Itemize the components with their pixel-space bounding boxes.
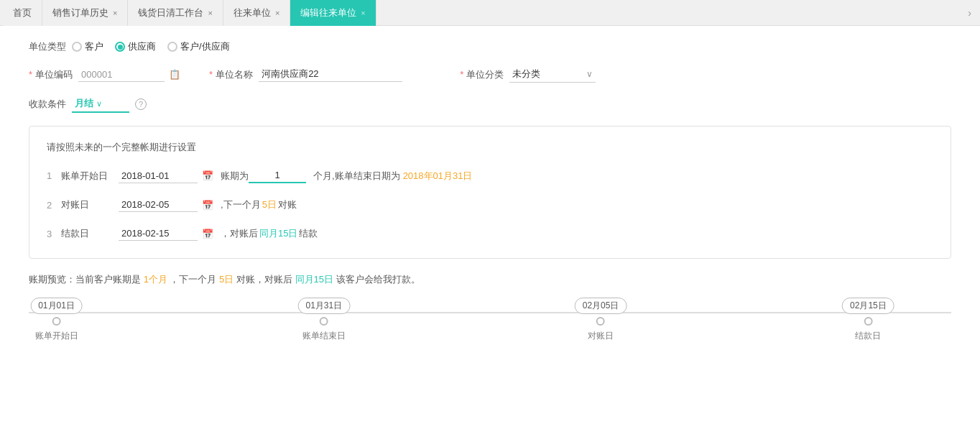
tab-cash-ledger[interactable]: 钱货日清工作台× xyxy=(128,0,223,26)
timeline-label-0: 账单开始日 xyxy=(35,330,78,342)
tab-partner-units[interactable]: 往来单位× xyxy=(223,0,290,26)
timeline-badge-0: 01月01日 xyxy=(30,298,83,314)
timeline: 01月01日账单开始日01月31日账单结束日02月05日对账日02月15日结款日 xyxy=(29,298,951,348)
help-icon[interactable]: ? xyxy=(135,98,147,110)
tab-home[interactable]: 首页 xyxy=(3,0,42,26)
reconcile-suffix: 对账 xyxy=(278,198,297,211)
tab-sales-history[interactable]: 销售订单历史× xyxy=(42,0,128,26)
payment-date-input[interactable] xyxy=(119,226,198,241)
row-name-3: 结款日 xyxy=(61,227,119,240)
tab-bar: 首页销售订单历史×钱货日清工作台×往来单位×编辑往来单位× › xyxy=(0,0,980,26)
tab-close-edit-partner[interactable]: × xyxy=(361,9,365,17)
required-star-cat: * xyxy=(460,69,463,80)
unit-category-select[interactable]: 未分类 ∨ xyxy=(509,66,596,83)
reconcile-date-input[interactable] xyxy=(119,198,198,212)
unit-name-input[interactable] xyxy=(259,68,402,82)
unit-code-input[interactable] xyxy=(78,68,165,82)
timeline-badge-2: 02月05日 xyxy=(575,298,627,314)
radio-circle-2 xyxy=(167,42,177,52)
radio-label-2: 客户/供应商 xyxy=(180,40,230,53)
required-star-name: * xyxy=(209,69,213,80)
payment-label: 收款条件 xyxy=(29,98,66,111)
tab-nav-arrow[interactable]: › xyxy=(962,7,977,19)
preview-mid-1: ，下一个月 xyxy=(170,274,216,285)
timeline-label-2: 对账日 xyxy=(588,330,614,342)
radio-1[interactable]: 供应商 xyxy=(115,40,156,53)
timeline-dot-2 xyxy=(596,317,605,326)
tab-close-cash-ledger[interactable]: × xyxy=(208,9,212,17)
tab-label-sales-history: 销售订单历史 xyxy=(52,6,108,19)
tab-edit-partner[interactable]: 编辑往来单位× xyxy=(290,0,376,26)
chevron-down-icon: ∨ xyxy=(586,69,593,79)
timeline-dot-0 xyxy=(52,317,61,326)
tab-label-edit-partner: 编辑往来单位 xyxy=(300,6,356,19)
tab-close-sales-history[interactable]: × xyxy=(113,9,117,17)
calendar-icon-2[interactable]: 📅 xyxy=(202,200,213,211)
row-num-1: 1 xyxy=(47,170,61,181)
copy-icon[interactable]: 📋 xyxy=(169,69,180,80)
timeline-badge-1: 01月31日 xyxy=(298,298,351,314)
setting-row-2: 2 对账日 📅 ,下一个月 5日 对账 xyxy=(47,198,933,212)
payment-value: 月结 xyxy=(75,97,93,110)
radio-circle-1 xyxy=(115,42,125,52)
tab-label-partner-units: 往来单位 xyxy=(234,6,271,19)
tab-close-partner-units[interactable]: × xyxy=(275,9,279,17)
timeline-point-0: 01月01日账单开始日 xyxy=(30,298,83,342)
timeline-dot-3 xyxy=(864,317,872,326)
row-name-2: 对账日 xyxy=(61,198,119,211)
radio-group: 客户供应商客户/供应商 xyxy=(72,40,230,53)
preview-highlight-2: 5日 xyxy=(219,274,234,285)
period-input[interactable] xyxy=(249,168,306,183)
timeline-point-2: 02月05日对账日 xyxy=(575,298,627,342)
unit-code-item: * 单位编码 📋 xyxy=(29,68,180,82)
unit-category-value: 未分类 xyxy=(512,68,583,80)
unit-category-label: 单位分类 xyxy=(466,68,504,81)
row-name-1: 账单开始日 xyxy=(61,170,119,183)
payment-highlight: 同月15日 xyxy=(259,227,297,240)
setting-row-3: 3 结款日 📅 ，对账后 同月15日 结款 xyxy=(47,226,933,241)
timeline-label-3: 结款日 xyxy=(855,330,881,342)
preview-prefix: 账期预览：当前客户账期是 xyxy=(29,274,141,285)
unit-info-row: * 单位编码 📋 * 单位名称 * 单位分类 未分类 ∨ xyxy=(29,66,951,83)
payment-suffix: 结款 xyxy=(299,227,318,240)
payment-select[interactable]: 月结 ∨ xyxy=(72,96,129,113)
preview-highlight-3: 同月15日 xyxy=(295,274,333,285)
radio-0[interactable]: 客户 xyxy=(72,40,103,53)
preview-mid-2: 对账，对账后 xyxy=(236,274,292,285)
timeline-point-1: 01月31日账单结束日 xyxy=(298,298,351,342)
timeline-badge-3: 02月15日 xyxy=(842,298,895,314)
unit-category-item: * 单位分类 未分类 ∨ xyxy=(460,66,596,83)
row-num-3: 3 xyxy=(47,229,61,239)
calendar-icon-1[interactable]: 📅 xyxy=(202,170,213,181)
unit-type-row: 单位类型 客户供应商客户/供应商 xyxy=(29,40,951,53)
unit-name-label: 单位名称 xyxy=(216,68,253,81)
preview-text: 账期预览：当前客户账期是 1个月 ，下一个月 5日 对账，对账后 同月15日 该… xyxy=(29,270,951,286)
timeline-point-3: 02月15日结款日 xyxy=(842,298,895,342)
start-date-input[interactable] xyxy=(119,169,198,183)
period-prefix: 账期为 xyxy=(221,170,249,183)
radio-2[interactable]: 客户/供应商 xyxy=(167,40,230,53)
timeline-label-1: 账单结束日 xyxy=(302,330,346,342)
period-suffix: 个月,账单结束日期为 xyxy=(313,170,400,183)
unit-code-label: 单位编码 xyxy=(35,68,73,81)
radio-circle-0 xyxy=(72,42,82,52)
end-date-highlight: 2018年01月31日 xyxy=(403,170,473,183)
reconcile-prefix: ,下一个月 xyxy=(221,198,261,211)
chevron-down-icon-payment: ∨ xyxy=(96,99,102,109)
radio-label-0: 客户 xyxy=(85,40,103,53)
settings-box: 请按照未来的一个完整帐期进行设置 1 账单开始日 📅 账期为 个月,账单结束日期… xyxy=(29,126,951,259)
payment-row: 收款条件 月结 ∨ ? xyxy=(29,96,951,113)
unit-type-label: 单位类型 xyxy=(29,40,66,53)
preview-suffix: 该客户会给我打款。 xyxy=(336,274,420,285)
calendar-icon-3[interactable]: 📅 xyxy=(202,229,213,239)
setting-row-1: 1 账单开始日 📅 账期为 个月,账单结束日期为 2018年01月31日 xyxy=(47,168,933,183)
main-content: 单位类型 客户供应商客户/供应商 * 单位编码 📋 * 单位名称 * 单位分类 … xyxy=(0,26,980,437)
payment-prefix: ，对账后 xyxy=(221,227,258,240)
tab-label-cash-ledger: 钱货日清工作台 xyxy=(138,6,203,19)
radio-label-1: 供应商 xyxy=(128,40,156,53)
settings-title: 请按照未来的一个完整帐期进行设置 xyxy=(47,141,933,154)
preview-highlight-1: 1个月 xyxy=(144,274,167,285)
unit-type-item: 单位类型 客户供应商客户/供应商 xyxy=(29,40,230,53)
timeline-dot-1 xyxy=(320,317,328,326)
tab-label-home: 首页 xyxy=(13,6,32,19)
